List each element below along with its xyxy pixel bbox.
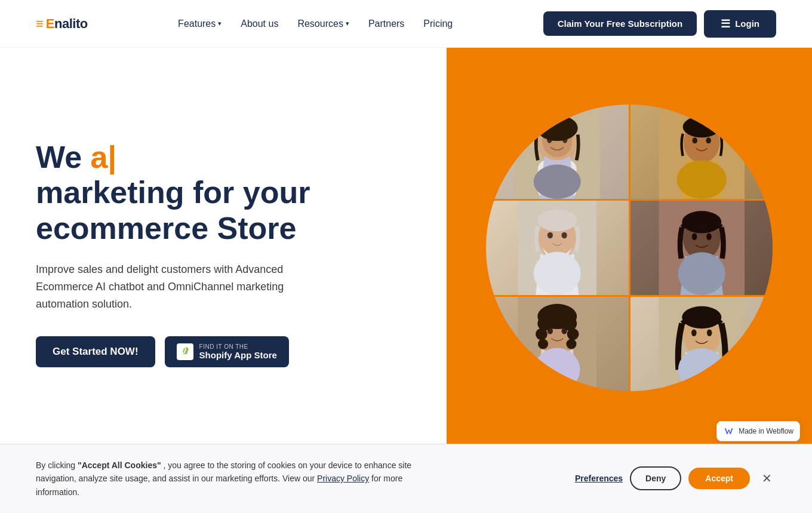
svg-point-36 [566, 339, 576, 349]
logo-text: Enalito [46, 16, 88, 32]
login-button[interactable]: ☰ Login [704, 10, 776, 38]
people-collage [486, 105, 773, 391]
svg-point-34 [567, 328, 579, 340]
hero-heading: We a| marketing for your ecommerce Store [36, 140, 411, 247]
nav-actions: Claim Your Free Subscription ☰ Login [543, 10, 776, 38]
nav-about[interactable]: About us [241, 19, 278, 29]
svg-point-37 [534, 348, 580, 391]
privacy-policy-link[interactable]: Privacy Policy [317, 474, 369, 483]
hero-buttons: Get Started NOW! FIND IT ON THE Shopify … [36, 336, 411, 367]
chevron-down-icon: ▾ [218, 20, 222, 27]
svg-point-6 [537, 115, 578, 140]
svg-point-31 [537, 316, 552, 330]
nav-pricing[interactable]: Pricing [423, 19, 453, 29]
cookie-actions: Preferences Deny Accept ✕ [575, 466, 776, 490]
nav-links: Features ▾ About us Resources ▾ Partners… [178, 19, 453, 29]
face-5 [486, 297, 629, 391]
face-2 [630, 105, 773, 199]
webflow-badge[interactable]: Made in Webflow [716, 421, 800, 441]
svg-point-12 [682, 116, 720, 137]
svg-point-19 [534, 251, 581, 294]
cookie-banner: By clicking "Accept All Cookies" , you a… [0, 444, 812, 513]
svg-point-40 [691, 329, 697, 336]
svg-point-25 [678, 252, 725, 295]
menu-icon: ☰ [721, 17, 730, 30]
face-4 [630, 201, 773, 295]
nav-resources[interactable]: Resources ▾ [297, 19, 349, 29]
svg-point-11 [706, 137, 711, 143]
preferences-button[interactable]: Preferences [575, 474, 623, 483]
webflow-logo-icon [723, 425, 735, 437]
accept-button[interactable]: Accept [688, 468, 750, 489]
svg-point-33 [536, 328, 548, 340]
get-started-button[interactable]: Get Started NOW! [36, 336, 155, 367]
svg-point-17 [561, 232, 567, 238]
hero-right-image [447, 48, 812, 447]
face-1 [486, 105, 629, 199]
svg-point-13 [676, 160, 726, 199]
svg-point-7 [534, 164, 581, 198]
claim-subscription-button[interactable]: Claim Your Free Subscription [543, 11, 697, 36]
hero-subtext: Improve sales and delight customers with… [36, 261, 322, 312]
close-cookie-button[interactable]: ✕ [757, 469, 776, 488]
svg-point-35 [538, 339, 548, 349]
nav-partners[interactable]: Partners [368, 19, 404, 29]
face-6 [630, 297, 773, 391]
webflow-label: Made in Webflow [739, 427, 793, 435]
svg-point-16 [548, 232, 553, 238]
svg-point-23 [706, 233, 712, 239]
logo-icon: ≡ [36, 16, 44, 32]
svg-point-18 [537, 209, 577, 231]
shopify-logo [177, 343, 193, 360]
circle-mask [486, 105, 773, 391]
hero-highlight: a| [91, 140, 116, 174]
cookie-text: By clicking "Accept All Cookies" , you a… [36, 459, 442, 499]
nav-features[interactable]: Features ▾ [178, 19, 222, 29]
svg-point-22 [691, 233, 697, 239]
svg-point-43 [678, 348, 725, 391]
svg-point-10 [692, 137, 697, 143]
shopify-app-store-button[interactable]: FIND IT ON THE Shopify App Store [165, 336, 289, 367]
hero-section: We a| marketing for your ecommerce Store… [0, 48, 812, 447]
logo[interactable]: ≡ Enalito [36, 16, 88, 32]
shopify-text: FIND IT ON THE Shopify App Store [199, 343, 277, 360]
svg-point-41 [706, 329, 712, 336]
chevron-down-icon-2: ▾ [346, 20, 349, 27]
deny-button[interactable]: Deny [630, 466, 681, 490]
face-3 [486, 201, 629, 295]
navbar: ≡ Enalito Features ▾ About us Resources … [0, 0, 812, 48]
svg-point-32 [562, 316, 577, 330]
hero-left-content: We a| marketing for your ecommerce Store… [0, 48, 447, 447]
